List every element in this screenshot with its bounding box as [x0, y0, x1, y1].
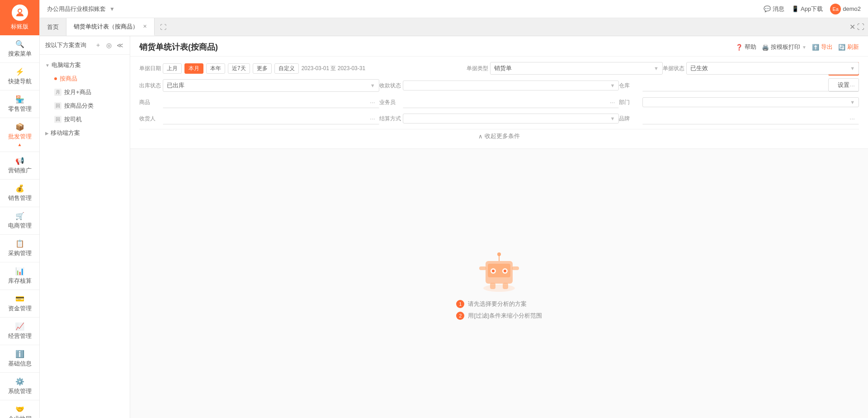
svg-rect-11 — [479, 266, 486, 270]
receiver-more-icon[interactable]: ··· — [370, 115, 375, 122]
sidebar-item-ecommerce[interactable]: 🛒 电商管理 — [0, 207, 39, 235]
filter-row-3: 商品 ··· 业务员 ··· — [139, 96, 859, 108]
sidebar-item-purchase[interactable]: 📋 采购管理 — [0, 235, 39, 262]
close-all-icon[interactable]: ✕ — [849, 23, 855, 31]
goods-control: ··· — [163, 96, 379, 108]
tab-maximize-btn[interactable]: ⛶ — [156, 24, 170, 31]
date-btn-custom[interactable]: 自定义 — [274, 63, 299, 74]
help-icon: ❓ — [736, 44, 743, 51]
payment-status-select[interactable]: ▼ — [403, 81, 619, 90]
tab-home[interactable]: 首页 — [40, 18, 66, 36]
date-field: 单据日期 上月 本月 本年 近7天 更多 自定义 2023-03-01 至 20… — [139, 63, 467, 74]
brand-more-icon[interactable]: ··· — [849, 115, 855, 122]
doc-status-select[interactable]: 已生效 ▼ — [686, 62, 859, 75]
date-btn-this-year[interactable]: 本年 — [206, 63, 225, 74]
doc-type-select[interactable]: 销货单 ▼ — [490, 62, 663, 75]
date-btn-more[interactable]: 更多 — [253, 63, 272, 74]
print-label: 按模板打印 — [771, 43, 800, 51]
warehouse-input[interactable]: ··· — [642, 80, 859, 91]
svg-point-10 — [497, 252, 501, 256]
message-btn[interactable]: 💬 消息 — [764, 5, 784, 13]
sidebar-label-retail: 零售管理 — [8, 105, 32, 113]
warehouse-label: 仓库 — [619, 82, 642, 90]
maximize-icon[interactable]: ⛶ — [156, 24, 170, 31]
tab-close-icon[interactable]: ✕ — [143, 24, 147, 29]
tree-item-by-goods[interactable]: 按商品 — [49, 72, 130, 86]
collapse-panel-btn[interactable]: ≪ — [115, 41, 124, 50]
tree-item-by-month-goods[interactable]: 月 按月+商品 — [49, 86, 130, 99]
tab-home-label: 首页 — [47, 23, 59, 31]
goods-input[interactable]: ··· — [163, 96, 379, 108]
brand-input[interactable]: ··· — [642, 113, 859, 124]
goods-label: 商品 — [139, 99, 163, 106]
sidebar-item-basic[interactable]: ℹ️ 基础信息 — [0, 345, 39, 373]
goods-more-icon[interactable]: ··· — [370, 99, 375, 106]
sidebar-item-quicknav[interactable]: ⚡ 快捷导航 — [0, 63, 39, 90]
warehouse-more-icon[interactable]: ··· — [849, 82, 855, 89]
app-download-label: App下载 — [801, 5, 823, 13]
industry-label: 办公用品行业模拟账套 — [47, 5, 106, 13]
sidebar-label-wholesale: 批发管理 — [8, 133, 32, 141]
doc-status-value: 已生效 — [690, 64, 708, 72]
download-icon: 📱 — [792, 5, 799, 12]
sidebar-item-finance[interactable]: 💳 资金管理 — [0, 290, 39, 318]
refresh-btn[interactable]: 🔄 刷新 — [838, 43, 859, 51]
tree-pc-parent[interactable]: ▼ 电脑端方案 — [40, 58, 130, 72]
filter-row-1: 单据日期 上月 本月 本年 近7天 更多 自定义 2023-03-01 至 20… — [139, 62, 859, 75]
sidebar-item-operations[interactable]: 📈 经营管理 — [0, 318, 39, 345]
export-btn[interactable]: ⬆️ 导出 — [812, 43, 833, 51]
expand-icon[interactable]: ⛶ — [857, 23, 864, 31]
salesperson-label: 业务员 — [379, 99, 403, 106]
print-btn[interactable]: 🖨️ 按模板打印 ▼ — [762, 43, 807, 51]
settlement-chevron-icon: ▼ — [610, 116, 615, 121]
salesperson-input[interactable]: ··· — [403, 96, 619, 108]
sidebar-item-search[interactable]: 🔍 搜索菜单 — [0, 35, 39, 63]
date-btn-this-month[interactable]: 本月 — [184, 63, 203, 74]
settings-scheme-btn[interactable]: ◎ — [104, 41, 113, 50]
tree-mobile-parent[interactable]: ▶ 移动端方案 — [40, 126, 130, 140]
print-chevron-icon: ▼ — [802, 45, 807, 50]
app-logo[interactable]: 标账版 — [0, 0, 39, 35]
doc-status-chevron-icon: ▼ — [850, 66, 855, 71]
sidebar-item-inventory[interactable]: 📊 库存核算 — [0, 262, 39, 290]
collapse-filter-btn[interactable]: ∧ 收起更多条件 — [139, 129, 859, 143]
date-btn-7days[interactable]: 近7天 — [228, 63, 250, 74]
settlement-field: 结算方式 ▼ — [379, 114, 619, 124]
department-select[interactable]: ▼ — [642, 97, 859, 107]
sidebar-item-cooperation[interactable]: 🤝 企业协同 — [0, 400, 39, 418]
receiver-input[interactable]: ··· — [163, 113, 379, 124]
sidebar-label-marketing: 营销推广 — [8, 166, 32, 175]
svg-rect-14 — [503, 283, 508, 289]
sidebar-item-system[interactable]: ⚙️ 系统管理 — [0, 373, 39, 400]
app-download-btn[interactable]: 📱 App下载 — [792, 5, 823, 13]
tree-item-by-category[interactable]: 回 按商品分类 — [49, 99, 130, 113]
sidebar-item-marketing[interactable]: 📢 营销推广 — [0, 152, 39, 180]
search-icon: 🔍 — [15, 40, 24, 48]
receiver-control: ··· — [163, 113, 379, 124]
tab-sales-stat[interactable]: 销货单统计表（按商品） ✕ — [66, 18, 155, 36]
department-control: ▼ — [642, 97, 859, 107]
left-panel-header: 按以下方案查询 ＋ ◎ ≪ — [40, 36, 130, 55]
sidebar-item-wholesale[interactable]: 📦 批发管理 ▲ — [0, 118, 39, 152]
chevron-down-icon[interactable]: ▼ — [109, 6, 115, 12]
stock-status-select[interactable]: 已出库 ▼ — [163, 79, 379, 92]
settlement-select[interactable]: ▼ — [403, 114, 619, 124]
refresh-label: 刷新 — [847, 43, 859, 51]
retail-icon: 🏪 — [15, 95, 24, 104]
sidebar-item-sales[interactable]: 💰 销售管理 — [0, 180, 39, 207]
cooperation-icon: 🤝 — [15, 405, 24, 413]
salesperson-field: 业务员 ··· — [379, 96, 619, 108]
sidebar-item-retail[interactable]: 🏪 零售管理 — [0, 90, 39, 118]
tree-item-by-cashier[interactable]: 回 按司机 — [49, 113, 130, 126]
sub-icon-category: 回 — [54, 102, 61, 109]
user-avatar[interactable]: Ea demo2 — [830, 4, 861, 14]
sidebar-label-system: 系统管理 — [8, 387, 32, 395]
refresh-icon: 🔄 — [838, 44, 845, 51]
salesperson-more-icon[interactable]: ··· — [610, 99, 615, 106]
stock-status-field: 出库状态 已出库 ▼ — [139, 79, 379, 92]
tabs-bar: 首页 销货单统计表（按商品） ✕ ⛶ ✕ ⛶ — [40, 18, 868, 36]
help-btn[interactable]: ❓ 帮助 — [736, 43, 756, 51]
date-btn-last-month[interactable]: 上月 — [163, 63, 182, 74]
add-scheme-btn[interactable]: ＋ — [94, 41, 103, 50]
salesperson-control: ··· — [403, 96, 619, 108]
